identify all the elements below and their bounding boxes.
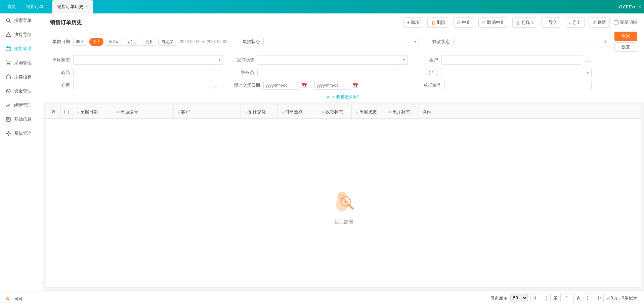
sidebar-item-inventory[interactable]: 库存核算 [0,70,43,84]
sidebar-item-operation[interactable]: 经营管理 [0,98,43,112]
pay-status-label: 收款状态 [432,39,453,45]
ship-status-select[interactable] [73,55,223,65]
th-bill-date[interactable]: ⇅ 单据日期 [73,105,113,118]
svg-marker-2 [6,33,11,37]
toolbar: + 新增 🗑 删除 ⊘ 中止 ⊙ 取消中止 🖨 打 [403,17,637,28]
custom-date-btn[interactable]: 自定义 [158,38,176,46]
page-number-input[interactable] [560,294,574,302]
sidebar-item-sales[interactable]: 销售管理 [0,42,43,56]
pay-status-select[interactable] [453,37,609,46]
close-tab-sales-order[interactable]: × [45,5,47,9]
stop-button[interactable]: ⊘ 中止 [453,17,474,28]
warehouse-dots[interactable]: … [212,82,220,88]
delete-button[interactable]: 🗑 删除 [427,17,449,28]
salesman-input[interactable] [257,68,398,77]
th-delivery[interactable]: ⇅ 预计交货... [241,105,278,118]
goods-input[interactable] [73,68,214,77]
sidebar-sound-icon[interactable]: ◀◀ [14,295,22,302]
sort-icon-ship: ⇅ [389,110,391,114]
sidebar-item-capital[interactable]: ¥ 资金管理 [0,84,43,98]
refresh-button[interactable]: ↺ 刷新 [589,17,610,28]
sort-icon-delivery: ⇅ [244,110,247,114]
tab-sales-order-history[interactable]: 销售订单历史 × [52,0,92,13]
bill-no-input[interactable] [444,81,592,90]
sidebar-item-quick-nav[interactable]: 快捷导航 [0,28,43,42]
calendar-to-icon[interactable]: 📅 [353,83,358,88]
page-size-select[interactable]: 50 10 20 100 [510,294,528,302]
new-button[interactable]: + 新增 [403,17,423,28]
department-select[interactable] [441,68,592,77]
column-settings-icon[interactable]: ⚙ [51,109,55,114]
last-page-button[interactable]: ⟩⟩ [595,294,604,302]
yesterday-btn[interactable]: 昨天 [73,38,87,46]
search-icon [5,17,11,24]
sidebar-label-inventory: 库存核算 [14,74,32,80]
th-settings[interactable]: ⚙ [46,105,61,118]
expected-date-from[interactable] [263,81,300,90]
goods-dots[interactable]: … [216,70,224,76]
today-btn[interactable]: 今天 [89,38,103,46]
query-button[interactable]: 查询 [614,32,637,41]
sidebar-item-basic-info[interactable]: 基础信息 [0,112,43,126]
settings-button[interactable]: 设置 [614,42,637,52]
date-range-display: 2023-06-02 至 2023-06-02 [180,39,227,45]
sort-icon-customer: ⇅ [177,110,180,114]
tab-home[interactable]: 首页 [3,0,21,13]
bill-status-select[interactable] [263,37,419,46]
th-pay-status[interactable]: ⇅ 收款状态 [318,105,352,118]
collapse-bar[interactable]: ∧ ∧ 收起更多条件 [50,92,637,102]
sort-icon-amount: ⇅ [281,110,284,114]
expected-date-to[interactable] [314,81,351,90]
th-bill-no[interactable]: ⇅ 单据编号 [113,105,174,118]
cancel-stop-button[interactable]: ⊙ 取消中止 [478,17,508,28]
customer-dots[interactable]: … [584,57,592,63]
sidebar-item-search[interactable]: 搜索菜单 [0,13,43,28]
th-amount[interactable]: ⇅ 订单金额 [278,105,318,118]
th-customer[interactable]: ⇅ 客户 [174,105,241,118]
complete-status-select[interactable] [258,55,408,65]
last-month-btn[interactable]: 近1月 [124,38,140,46]
svg-line-1 [9,22,11,23]
calendar-from-icon[interactable]: 📅 [302,83,307,88]
sidebar-item-sys-admin[interactable]: 系统管理 [0,126,43,141]
print-button[interactable]: 🖨 打印 ▾ [512,17,537,28]
operation-icon [5,102,11,108]
sort-icon-bill: ⇅ [355,110,358,114]
sidebar-settings-icon[interactable]: ⚙ [5,295,10,302]
th-ship-status[interactable]: ⇅ 出库状态 [385,105,419,118]
close-tab-sales-order-history[interactable]: × [85,5,87,9]
customer-input[interactable] [441,55,582,65]
next-page-button[interactable]: ⟩ [584,294,592,302]
content-area: 销售订单历史 + 新增 🗑 删除 ⊘ 中止 ⊙ 取消中止 [43,13,644,305]
salesman-dots[interactable]: … [399,70,407,76]
svg-point-4 [7,64,8,65]
prev-page-button[interactable]: ⟨ [542,294,551,302]
warehouse-input[interactable] [73,81,211,90]
window-close-button[interactable]: × [638,4,641,10]
purchase-icon [5,60,11,66]
export-icon: ↑ [569,20,571,25]
first-page-button[interactable]: ⟨⟨ [530,294,539,302]
tab-sales-order[interactable]: 销售订单 × [21,0,52,13]
last7-btn[interactable]: 近7天 [105,38,122,46]
th-bill-status[interactable]: ⇅ 单据状态 [352,105,385,118]
export-button[interactable]: ↑ 导出 [565,17,585,28]
table-section: ⚙ ⇅ 单据日期 ⇅ 单据编号 ⇅ 客户 ⇅ [46,105,641,288]
select-all-checkbox[interactable] [65,110,69,114]
salesman-label: 业务员 [237,70,257,76]
customer-label: 客户 [421,57,441,63]
sidebar-label-sales: 销售管理 [14,46,32,52]
sidebar-bottom: ⚙ ◀◀ [0,292,43,305]
quick-nav-icon [5,32,11,38]
svg-rect-6 [6,76,10,79]
table-body: 暂无数据 [46,119,641,287]
expected-date-from-wrapper: 📅 — 📅 [263,81,411,90]
display-checkbox[interactable] [614,20,618,25]
import-button[interactable]: ↓ 导入 [541,17,561,28]
ship-status-wrapper: ▾ [73,55,223,65]
sidebar-item-purchase[interactable]: 采购管理 [0,56,43,70]
display-toggle[interactable]: 显示明细 [614,20,637,26]
svg-rect-3 [6,47,11,51]
th-checkbox[interactable] [61,105,73,118]
more-date-btn[interactable]: 更多 [142,38,156,46]
